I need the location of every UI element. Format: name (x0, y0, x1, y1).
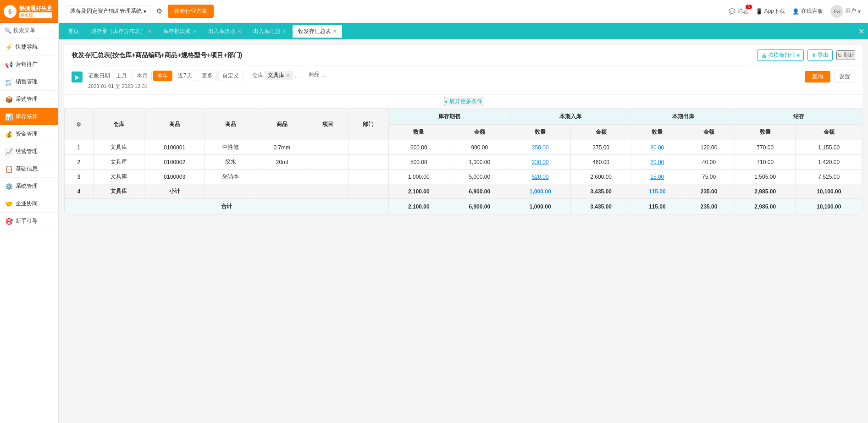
topbar: 装备及固定资产辅助管理系统 ▾ ⚙ 体验行业方案 💬 消息 6 📱 App下载 … (59, 0, 868, 23)
sidebar-item-basic-info[interactable]: 📋 基础信息 (0, 160, 58, 178)
date-btn-more[interactable]: 更多 (198, 71, 217, 81)
col-header-project: 项目 (308, 109, 348, 140)
sidebar-item-quick-nav[interactable]: ⚡ 快捷导航 (0, 38, 58, 56)
sidebar-item-finance[interactable]: 💰 资金管理 (0, 126, 58, 143)
page-content: 收发存汇总表(按仓库+商品编码+商品+规格型号+项目+部门) 🖨 按模板打印 ▾… (59, 39, 868, 423)
print-chevron-icon: ▾ (797, 52, 800, 59)
tab-close-recv-send[interactable]: ✕ (333, 29, 337, 34)
logo-badge: 标准版 (19, 12, 52, 18)
cell-dept-2 (348, 155, 388, 170)
service-label: 在线客服 (801, 7, 823, 15)
sidebar-item-guide[interactable]: 🎯 新手引导 (0, 213, 58, 230)
sidebar-item-operations[interactable]: 📈 经营管理 (0, 143, 58, 160)
cell-in-qty-1[interactable]: 250.00 (510, 140, 570, 155)
cell-balance-amount-3: 7,525.00 (796, 170, 862, 184)
message-badge: 6 (746, 5, 752, 9)
product-more-icon[interactable]: ... (321, 71, 326, 78)
operations-icon: 📈 (5, 148, 13, 155)
tab-recv-send[interactable]: 收发存汇总表 ✕ (293, 25, 342, 38)
sidebar-search-label: 搜索菜单 (13, 27, 35, 34)
cell-out-qty-1[interactable]: 80.00 (631, 140, 683, 155)
expand-conditions-button[interactable]: ▾ 展开更多条件 (444, 97, 483, 106)
app-download-action[interactable]: 📱 App下载 (756, 7, 785, 15)
tab-close-inout-summary[interactable]: ✕ (282, 29, 286, 34)
tab-inout-summary[interactable]: 出入库汇总 ✕ (248, 25, 292, 38)
date-btn-custom[interactable]: 自定义 (218, 71, 243, 81)
tab-inout-flow-label: 出入库流水 (208, 27, 236, 35)
total-label: 合计 (65, 199, 389, 214)
table-row: 3 文具库 0100003 采访本 1,000.00 5,000.00 520.… (65, 170, 862, 184)
cell-no-1: 1 (65, 140, 94, 155)
main-content: 装备及固定资产辅助管理系统 ▾ ⚙ 体验行业方案 💬 消息 6 📱 App下载 … (59, 0, 868, 423)
date-filter-field: 记账日期 上月 本月 本年 近7天 更多 自定义 2023-01-01 至 20… (88, 71, 243, 90)
trial-button[interactable]: 体验行业方案 (168, 5, 214, 18)
system-icon: ⚙️ (5, 183, 13, 190)
online-service-action[interactable]: 👤 在线客服 (792, 7, 823, 15)
subtotal-empty-2 (256, 184, 308, 199)
page-wrapper: 收发存汇总表(按仓库+商品编码+商品+规格型号+项目+部门) 🖨 按模板打印 ▾… (64, 45, 862, 214)
user-initial: Ea (834, 9, 840, 14)
cell-out-amount-2: 40.00 (683, 155, 735, 170)
tab-inout-flow[interactable]: 出入库流水 ✕ (203, 25, 247, 38)
tab-inventory-dist[interactable]: 现存量（库存分布表） ✕ (85, 25, 157, 38)
table-row: 2 文具库 0100002 胶水 20ml 500.00 1,000.00 23… (65, 155, 862, 170)
sidebar-item-purchase[interactable]: 📦 采购管理 (0, 91, 58, 108)
sidebar-item-enterprise[interactable]: 🤝 企业协同 (0, 195, 58, 213)
cell-in-qty-2[interactable]: 230.00 (510, 155, 570, 170)
user-action[interactable]: Ea 用户 ▾ (830, 5, 861, 18)
tab-home[interactable]: 首页 (62, 25, 84, 38)
cell-project-2 (308, 155, 348, 170)
sidebar-item-marketing[interactable]: 📢 营销推广 (0, 56, 58, 73)
table-gear-icon[interactable]: ⚙ (76, 121, 81, 128)
product-filter-label: 商品 (309, 71, 320, 78)
sidebar-item-sales[interactable]: 🛒 销售管理 (0, 73, 58, 91)
total-balance-amount: 10,100.00 (796, 199, 862, 214)
filter-toggle-button[interactable]: ▶ (72, 71, 83, 82)
subtotal-balance-amount: 10,100.00 (796, 184, 862, 199)
tab-batch-label: 库存批次账 (163, 27, 191, 35)
tab-recv-send-label: 收发存汇总表 (298, 27, 331, 35)
sidebar-item-system[interactable]: ⚙️ 系统管理 (0, 178, 58, 195)
sidebar-item-inventory[interactable]: 📊 库存核算 (0, 108, 58, 126)
print-button[interactable]: 🖨 按模板打印 ▾ (757, 49, 804, 61)
phone-icon: 📱 (756, 8, 763, 15)
cell-out-qty-2[interactable]: 20.00 (631, 155, 683, 170)
settings-gear-icon[interactable]: ⚙ (156, 7, 162, 16)
setting-button[interactable]: 设置 (834, 71, 855, 83)
date-btn-last-month[interactable]: 上月 (112, 71, 131, 81)
sidebar-search[interactable]: 🔍 搜索菜单 (0, 23, 58, 38)
subtotal-out-amount: 235.00 (683, 184, 735, 199)
app-download-label: App下载 (764, 7, 785, 15)
subtotal-in-amount: 3,435.00 (570, 184, 631, 199)
col-header-out-amount: 金额 (683, 125, 735, 140)
tab-close-batch[interactable]: ✕ (193, 29, 196, 34)
subtotal-in-qty[interactable]: 1,000.00 (510, 184, 570, 199)
export-button[interactable]: ⬆ 导出 (807, 49, 833, 61)
cell-product-spec-3 (256, 170, 308, 184)
tab-close-inventory-dist[interactable]: ✕ (148, 29, 151, 34)
cell-warehouse-1: 文具库 (93, 140, 144, 155)
date-btn-this-year[interactable]: 本年 (153, 71, 172, 81)
warehouse-tag-close-icon[interactable]: ✕ (286, 72, 290, 79)
message-action[interactable]: 💬 消息 6 (729, 7, 748, 15)
cell-opening-amount-2: 1,000.00 (449, 155, 510, 170)
close-all-tabs-icon[interactable]: ✕ (858, 27, 864, 36)
query-button[interactable]: 查询 (805, 71, 830, 82)
refresh-button[interactable]: ↻ 刷新 (836, 50, 855, 60)
date-btn-7days[interactable]: 近7天 (174, 71, 196, 81)
warehouse-more-icon[interactable]: ... (295, 72, 299, 79)
enterprise-icon: 🤝 (5, 200, 13, 208)
cell-out-qty-3[interactable]: 15.00 (631, 170, 683, 184)
tab-batch[interactable]: 库存批次账 ✕ (158, 25, 202, 38)
system-select[interactable]: 装备及固定资产辅助管理系统 ▾ (66, 5, 150, 17)
tab-close-inout-flow[interactable]: ✕ (238, 29, 241, 34)
subtotal-label: 小计 (144, 184, 205, 199)
product-filter: 商品 ... (309, 71, 326, 78)
cell-in-qty-3[interactable]: 520.00 (510, 170, 570, 184)
refresh-icon: ↻ (837, 52, 842, 59)
warehouse-filter: 仓库 文具库 ✕ ... (252, 71, 299, 80)
user-label: 用户 (845, 7, 856, 15)
subtotal-out-qty[interactable]: 115.00 (631, 184, 683, 199)
date-btn-this-month[interactable]: 本月 (133, 71, 152, 81)
col-header-warehouse: 仓库 (93, 109, 144, 140)
